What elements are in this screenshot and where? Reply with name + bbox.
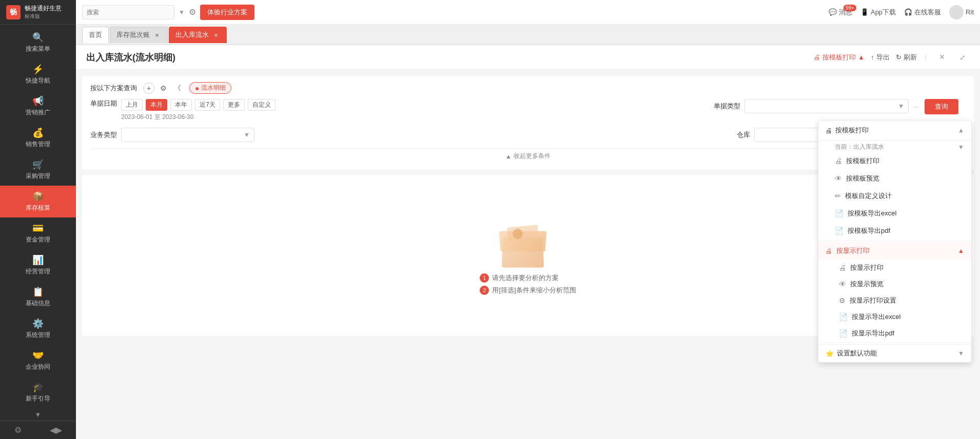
topbar-right: 💬 消息 99+ 📱 App下载 🎧 在线客服 Rit xyxy=(829,5,974,19)
print-template-button[interactable]: 🖨 按模板打印 ▲ xyxy=(814,53,865,62)
dropdown-item-display-print[interactable]: 🖨 按显示打印 xyxy=(818,260,971,276)
sidebar-item-label: 资金管理 xyxy=(26,235,50,244)
purchase-icon: 🛒 xyxy=(32,159,44,170)
display-excel-label: 按显示导出excel xyxy=(852,312,900,322)
user-avatar-area[interactable]: Rit xyxy=(949,5,974,19)
sidebar-item-sales[interactable]: 💰 销售管理 xyxy=(0,122,76,154)
tab-batch[interactable]: 库存批次账 × xyxy=(110,27,168,43)
page-actions: 🖨 按模板打印 ▲ ↑ 导出 ↻ 刷新 | × ⤢ xyxy=(814,50,970,65)
filter-tag[interactable]: ● 流水明细 xyxy=(189,82,231,94)
doc-type-dropdown[interactable]: ▼ xyxy=(744,99,909,113)
marketing-icon: 📢 xyxy=(32,95,44,107)
industry-solution-button[interactable]: 体验行业方案 xyxy=(200,5,254,20)
search-input[interactable] xyxy=(82,5,174,19)
collapse-label: 收起更多条件 xyxy=(514,152,551,161)
message-button[interactable]: 💬 消息 99+ xyxy=(829,8,852,17)
dropdown-header-title: 🖨 按模板打印 xyxy=(826,126,869,135)
search-dropdown-arrow[interactable]: ▼ xyxy=(179,9,185,16)
page-title: 出入库流水(流水明细) xyxy=(86,51,175,64)
dropdown-footer: ⭐ 设置默认功能 ▼ xyxy=(818,344,971,362)
settings-bottom-icon[interactable]: ⚙ xyxy=(14,425,22,435)
template-preview-label: 按模板预览 xyxy=(846,174,879,183)
tab-batch-close-button[interactable]: × xyxy=(153,31,161,39)
print-template-label: 按模板打印 xyxy=(822,53,856,62)
query-button[interactable]: 查询 xyxy=(925,99,958,114)
dropdown-item-template-preview[interactable]: 👁 按模板预览 xyxy=(818,170,971,187)
sales-icon: 💰 xyxy=(32,127,44,138)
sidebar-item-inventory[interactable]: 📦 库存核算 xyxy=(0,186,76,217)
date-btn-custom[interactable]: 自定义 xyxy=(248,99,276,111)
tab-home[interactable]: 首页 xyxy=(82,27,109,43)
sidebar-scroll-down[interactable]: ▼ xyxy=(0,408,76,421)
sidebar-item-search[interactable]: 🔍 搜索菜单 xyxy=(0,27,76,58)
message-icon: 💬 xyxy=(829,8,837,16)
sidebar-item-finance[interactable]: 💳 资金管理 xyxy=(0,217,76,249)
refresh-icon: ↻ xyxy=(896,53,901,61)
sidebar-nav: 🔍 搜索菜单 ⚡ 快捷导航 📢 营销推广 💰 销售管理 🛒 采购管理 📦 库存核… xyxy=(0,25,76,408)
tab-home-label: 首页 xyxy=(89,30,102,39)
tab-flow-close-button[interactable]: × xyxy=(212,31,220,39)
dropdown-header-arrow-icon[interactable]: ▲ xyxy=(958,127,964,134)
topbar: ▼ ⚙ 体验行业方案 💬 消息 99+ 📱 App下载 🎧 在线客服 Rit xyxy=(76,0,980,25)
empty-illustration xyxy=(497,216,559,267)
sidebar-item-quick-nav[interactable]: ⚡ 快捷导航 xyxy=(0,58,76,90)
app-download-button[interactable]: 📱 App下载 xyxy=(860,8,896,17)
refresh-button[interactable]: ↻ 刷新 xyxy=(896,53,917,62)
sidebar-item-collab[interactable]: 🤝 企业协同 xyxy=(0,345,76,376)
display-print-label: 按显示打印 xyxy=(850,263,884,272)
sidebar-item-label: 销售管理 xyxy=(26,140,50,149)
current-arrow-icon: ▼ xyxy=(958,144,964,151)
set-default-button[interactable]: ⭐ 设置默认功能 xyxy=(826,349,877,358)
date-btn-this-year[interactable]: 本年 xyxy=(170,99,192,111)
business-type-label: 业务类型 xyxy=(90,130,117,139)
sidebar-item-operations[interactable]: 📊 经营管理 xyxy=(0,249,76,281)
page-expand-button[interactable]: ⤢ xyxy=(955,50,970,65)
sidebar-item-label: 经营管理 xyxy=(26,267,50,276)
page-close-button[interactable]: × xyxy=(935,50,949,65)
sidebar-item-purchase[interactable]: 🛒 采购管理 xyxy=(0,154,76,186)
dropdown-item-display-settings[interactable]: ⚙ 按显示打印设置 xyxy=(818,292,971,309)
dropdown-item-template-customize[interactable]: ✏ 模板自定义设计 xyxy=(818,187,971,205)
guide-icon: 🎓 xyxy=(32,382,44,393)
display-section-icon: 🖨 xyxy=(826,247,832,255)
export-label: 导出 xyxy=(876,53,890,62)
dropdown-item-template-pdf[interactable]: 📄 按模板导出pdf xyxy=(818,222,971,240)
filter-settings-icon[interactable]: ⚙ xyxy=(158,83,169,94)
refresh-label: 刷新 xyxy=(904,53,917,62)
dropdown-item-template-print[interactable]: 🖨 按模板打印 xyxy=(818,152,971,170)
empty-tip-1: 1 请先选择要分析的方案 xyxy=(480,273,576,283)
sidebar-item-system[interactable]: ⚙️ 系统管理 xyxy=(0,313,76,345)
date-btn-this-month[interactable]: 本月 xyxy=(146,99,167,111)
dropdown-section-display-print[interactable]: 🖨 按显示打印 ▲ xyxy=(818,242,971,260)
business-type-field: 业务类型 ▼ xyxy=(90,128,254,142)
date-btn-last-month[interactable]: 上月 xyxy=(121,99,143,111)
doc-type-arrow-icon: ▼ xyxy=(898,103,904,110)
dropdown-item-display-preview[interactable]: 👁 按显示预览 xyxy=(818,276,971,292)
inventory-icon: 📦 xyxy=(32,191,44,202)
doc-type-more-icon[interactable]: ··· xyxy=(913,103,918,110)
date-btn-more[interactable]: 更多 xyxy=(223,99,245,111)
sidebar-bottom: ⚙ ◀▶ xyxy=(0,421,76,439)
collapse-icon[interactable]: ◀▶ xyxy=(50,425,62,435)
sidebar-item-basic[interactable]: 📋 基础信息 xyxy=(0,281,76,313)
settings-gear-icon[interactable]: ⚙ xyxy=(189,7,196,17)
tab-flow[interactable]: 出入库流水 × xyxy=(169,27,227,43)
dropdown-item-display-pdf[interactable]: 📄 按显示导出pdf xyxy=(818,325,971,342)
sidebar-item-guide[interactable]: 🎓 新手引导 xyxy=(0,376,76,408)
sidebar-item-marketing[interactable]: 📢 营销推广 xyxy=(0,90,76,122)
export-button[interactable]: ↑ 导出 xyxy=(871,53,890,62)
date-btn-7days[interactable]: 近7天 xyxy=(195,99,220,111)
display-excel-icon: 📄 xyxy=(839,313,848,321)
dropdown-item-display-excel[interactable]: 📄 按显示导出excel xyxy=(818,309,971,325)
filter-row-1: 按以下方案查询 + ⚙ 《 ● 流水明细 xyxy=(90,82,966,94)
export-icon: ↑ xyxy=(871,53,874,61)
business-type-dropdown[interactable]: ▼ xyxy=(121,128,254,142)
filter-add-button[interactable]: + xyxy=(143,83,154,94)
template-customize-label: 模板自定义设计 xyxy=(845,191,892,201)
filter-collapse-icon[interactable]: 《 xyxy=(172,83,183,94)
display-preview-icon: 👁 xyxy=(839,280,846,288)
dropdown-item-template-excel[interactable]: 📄 按模板导出excel xyxy=(818,205,971,222)
tab-flow-label: 出入库流水 xyxy=(175,30,209,39)
online-service-button[interactable]: 🎧 在线客服 xyxy=(904,8,941,17)
date-range-display: 2023-06-01 至 2023-06-30 xyxy=(121,113,276,122)
